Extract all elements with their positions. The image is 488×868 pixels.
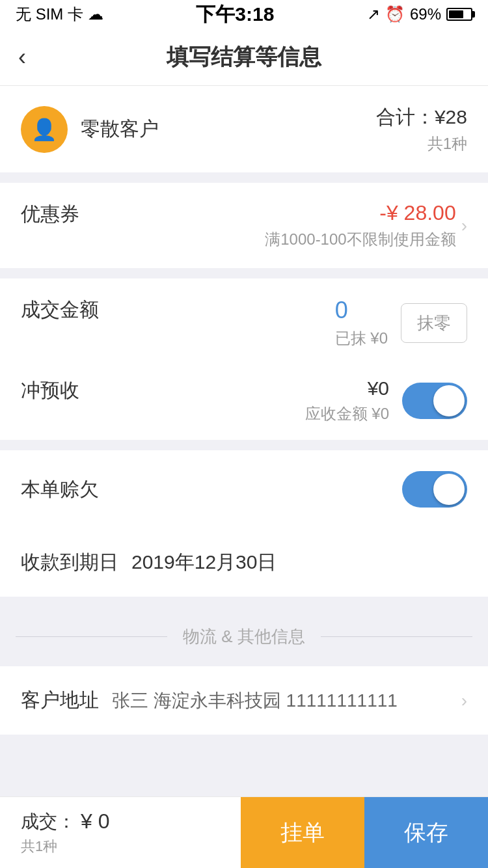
credit-label: 本单赊欠 <box>21 476 99 503</box>
sim-label: 无 SIM 卡 ☁ <box>16 4 103 25</box>
deal-amount-label: 成交金额 <box>21 297 99 323</box>
bottom-info: 成交： ¥ 0 共1种 <box>0 809 241 856</box>
bottom-deal: 成交： ¥ 0 <box>21 809 220 834</box>
content-area: 👤 零散客户 合计：¥28 共1种 优惠券 -¥ 28.00 满1000-100… <box>0 86 488 868</box>
address-value: 张三 海淀永丰科技园 11111111111 <box>112 688 448 713</box>
save-label: 保存 <box>404 818 448 848</box>
logistics-divider-text: 物流 & 其他信息 <box>183 625 305 648</box>
coupon-label: 优惠券 <box>21 201 79 228</box>
back-button[interactable]: ‹ <box>18 44 26 71</box>
advance-values: ¥0 应收金额 ¥0 <box>305 377 389 424</box>
bottom-count: 共1种 <box>21 837 220 856</box>
location-icon: ↗ <box>367 5 380 23</box>
deal-amount-value: 0 <box>335 297 388 324</box>
hold-order-label: 挂单 <box>280 818 325 848</box>
deal-amount-section: 成交金额 0 已抹 ¥0 抹零 冲预收 ¥0 应收金额 ¥0 <box>0 278 488 440</box>
due-date-value: 2019年12月30日 <box>131 549 277 576</box>
coupon-right: -¥ 28.00 满1000-100不限制使用金额 › <box>265 201 467 250</box>
customer-total: 合计：¥28 <box>376 104 467 131</box>
battery-label: 69% <box>410 5 441 23</box>
address-row[interactable]: 客户地址 张三 海淀永丰科技园 11111111111 › <box>0 666 488 735</box>
coupon-chevron-icon: › <box>461 215 467 236</box>
advance-payment-right: ¥0 应收金额 ¥0 <box>305 377 467 424</box>
logistics-section-divider: 物流 & 其他信息 <box>0 607 488 666</box>
status-right: ↗ ⏰ 69% <box>367 5 472 23</box>
due-date-row: 收款到期日 2019年12月30日 <box>0 528 488 597</box>
address-chevron-icon: › <box>461 690 467 711</box>
credit-toggle-thumb <box>433 474 465 505</box>
customer-total-info: 合计：¥28 共1种 <box>376 104 467 154</box>
avatar-icon: 👤 <box>31 117 57 142</box>
advance-toggle[interactable] <box>402 383 467 419</box>
hold-order-button[interactable]: 挂单 <box>241 797 364 869</box>
advance-sub: 应收金额 ¥0 <box>305 403 389 424</box>
due-date-label: 收款到期日 <box>21 549 118 576</box>
customer-name: 零散客户 <box>81 116 159 142</box>
advance-value: ¥0 <box>305 377 389 400</box>
advance-payment-row: 冲预收 ¥0 应收金额 ¥0 <box>0 362 488 440</box>
bottom-deal-label: 成交： <box>21 809 75 834</box>
nav-bar: ‹ 填写结算等信息 <box>0 29 488 86</box>
deal-amount-right: 0 已抹 ¥0 抹零 <box>335 297 467 349</box>
toggle-thumb <box>433 385 465 416</box>
coupon-row[interactable]: 优惠券 -¥ 28.00 满1000-100不限制使用金额 › <box>0 183 488 268</box>
credit-row: 本单赊欠 <box>0 450 488 528</box>
customer-count: 共1种 <box>376 133 467 154</box>
coupon-section: 优惠券 -¥ 28.00 满1000-100不限制使用金额 › <box>0 183 488 268</box>
status-left: 无 SIM 卡 ☁ <box>16 4 103 25</box>
battery-icon <box>446 8 472 21</box>
customer-section: 👤 零散客户 合计：¥28 共1种 <box>0 86 488 172</box>
deal-amount-sub: 已抹 ¥0 <box>335 328 388 349</box>
credit-toggle[interactable] <box>402 471 467 508</box>
page-title: 填写结算等信息 <box>167 42 321 72</box>
address-label: 客户地址 <box>21 687 99 714</box>
avatar: 👤 <box>21 106 68 153</box>
erase-zero-button[interactable]: 抹零 <box>401 303 467 343</box>
advance-payment-label: 冲预收 <box>21 377 79 404</box>
save-button[interactable]: 保存 <box>364 797 488 869</box>
credit-section: 本单赊欠 收款到期日 2019年12月30日 <box>0 450 488 597</box>
coupon-sub: 满1000-100不限制使用金额 <box>265 229 455 250</box>
customer-info: 👤 零散客户 <box>21 106 159 153</box>
deal-amount-row: 成交金额 0 已抹 ¥0 抹零 <box>0 278 488 362</box>
status-time: 下午3:18 <box>196 1 274 28</box>
alarm-icon: ⏰ <box>385 5 405 23</box>
status-bar: 无 SIM 卡 ☁ 下午3:18 ↗ ⏰ 69% <box>0 0 488 29</box>
coupon-value: -¥ 28.00 <box>265 201 455 225</box>
bottom-deal-value: ¥ 0 <box>81 809 109 834</box>
deal-amount-values: 0 已抹 ¥0 <box>335 297 388 349</box>
bottom-bar: 成交： ¥ 0 共1种 挂单 保存 <box>0 796 488 868</box>
coupon-values: -¥ 28.00 满1000-100不限制使用金额 <box>265 201 455 250</box>
